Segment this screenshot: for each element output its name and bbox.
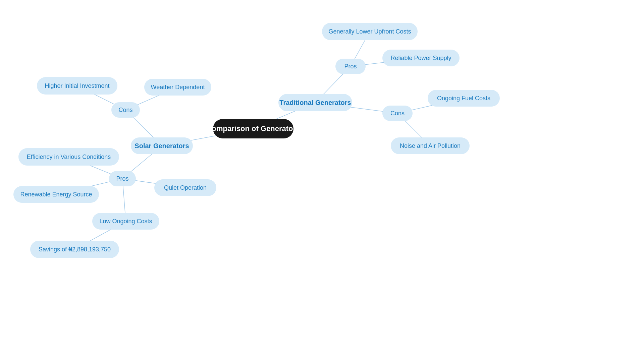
weather-dependent-node: Weather Dependent <box>144 79 211 96</box>
traditional-cons-node: Cons <box>382 106 413 121</box>
low-ongoing-costs-node: Low Ongoing Costs <box>92 213 159 230</box>
higher-initial-investment-node: Higher Initial Investment <box>37 77 117 95</box>
mindmap-lines <box>0 0 644 363</box>
savings-node: Savings of ₦2,898,193,750 <box>30 241 119 258</box>
quiet-operation-node: Quiet Operation <box>154 179 216 196</box>
renewable-energy-source-node: Renewable Energy Source <box>13 186 99 203</box>
solar-pros-node: Pros <box>109 171 136 186</box>
solar-generators-node: Solar Generators <box>131 137 193 154</box>
traditional-generators-node: Traditional Generators <box>278 94 352 111</box>
mindmap-canvas: Comparison of Generators Traditional Gen… <box>0 0 644 363</box>
reliable-power-supply-node: Reliable Power Supply <box>382 50 460 66</box>
generally-lower-costs-node: Generally Lower Upfront Costs <box>322 23 418 40</box>
center-node: Comparison of Generators <box>213 119 293 138</box>
ongoing-fuel-costs-node: Ongoing Fuel Costs <box>428 90 500 107</box>
efficiency-conditions-node: Efficiency in Various Conditions <box>18 148 119 166</box>
noise-air-pollution-node: Noise and Air Pollution <box>391 137 470 154</box>
solar-cons-node: Cons <box>111 102 140 118</box>
traditional-pros-node: Pros <box>335 59 366 74</box>
